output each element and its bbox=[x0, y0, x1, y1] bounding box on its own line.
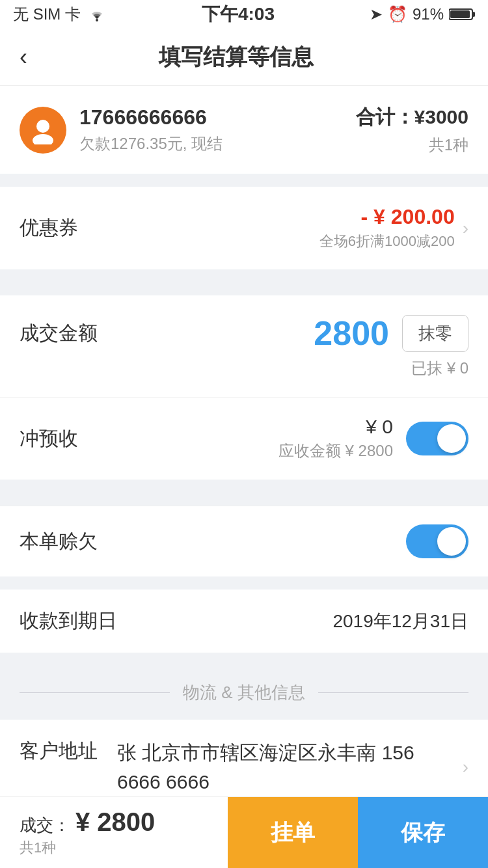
coupon-amount: - ¥ 200.00 bbox=[319, 205, 455, 229]
svg-rect-2 bbox=[472, 12, 475, 17]
credit-toggle[interactable] bbox=[406, 524, 468, 558]
bottom-count: 共1种 bbox=[20, 838, 208, 858]
nav-bar: ‹ 填写结算等信息 bbox=[0, 29, 488, 86]
divider-line-left bbox=[20, 692, 170, 693]
prepayment-value: ¥ 0 bbox=[278, 416, 393, 438]
total-count: 共1种 bbox=[356, 135, 468, 156]
prepayment-sub: 应收金额 ¥ 2800 bbox=[278, 441, 393, 461]
transaction-sub: 已抹 ¥ 0 bbox=[20, 358, 468, 379]
prepayment-label: 冲预收 bbox=[20, 426, 78, 452]
credit-toggle-knob bbox=[437, 527, 466, 556]
svg-point-0 bbox=[96, 19, 98, 21]
back-button[interactable]: ‹ bbox=[20, 44, 40, 71]
bottom-bar: 成交： ¥ 2800 共1种 挂单 保存 bbox=[0, 796, 488, 868]
due-date-row: 收款到期日 2019年12月31日 bbox=[0, 590, 488, 653]
customer-phone: 17666666666 bbox=[79, 105, 356, 129]
coupon-section[interactable]: 优惠券 - ¥ 200.00 全场6折满1000减200 › bbox=[0, 187, 488, 269]
sim-label: 无 SIM 卡 bbox=[13, 4, 81, 25]
page-title: 填写结算等信息 bbox=[40, 42, 432, 72]
svg-rect-3 bbox=[450, 10, 470, 18]
battery-icon bbox=[449, 8, 475, 21]
toggle-knob bbox=[437, 424, 466, 453]
save-button[interactable]: 保存 bbox=[358, 797, 488, 868]
logistics-divider: 物流 & 其他信息 bbox=[0, 666, 488, 720]
due-date-label: 收款到期日 bbox=[20, 608, 117, 634]
customer-debt: 欠款1276.35元, 现结 bbox=[79, 133, 356, 154]
customer-card: 17666666666 欠款1276.35元, 现结 合计：¥3000 共1种 bbox=[0, 86, 488, 174]
user-icon bbox=[29, 116, 57, 144]
hang-button[interactable]: 挂单 bbox=[228, 797, 358, 868]
round-button[interactable]: 抹零 bbox=[402, 315, 468, 352]
status-time: 下午4:03 bbox=[202, 2, 275, 27]
credit-card: 本单赊欠 bbox=[0, 506, 488, 576]
credit-row: 本单赊欠 bbox=[0, 506, 488, 576]
status-left: 无 SIM 卡 bbox=[13, 4, 107, 25]
bottom-amount: ¥ 2800 bbox=[75, 807, 155, 837]
divider-2 bbox=[0, 493, 488, 506]
prepayment-toggle[interactable] bbox=[406, 422, 468, 455]
customer-info: 17666666666 欠款1276.35元, 现结 bbox=[79, 105, 356, 154]
coupon-card: 优惠券 - ¥ 200.00 全场6折满1000减200 › bbox=[0, 187, 488, 269]
divider-line-right bbox=[318, 692, 468, 693]
credit-label: 本单赊欠 bbox=[20, 528, 98, 555]
prepayment-right: ¥ 0 应收金额 ¥ 2800 bbox=[278, 416, 393, 461]
battery-label: 91% bbox=[413, 5, 444, 23]
address-value: 张 北京市市辖区海淀区永丰南 156 6666 6666 bbox=[117, 738, 455, 796]
coupon-value-wrap: - ¥ 200.00 全场6折满1000减200 bbox=[319, 205, 455, 251]
location-icon: ➤ bbox=[370, 5, 383, 23]
alarm-icon: ⏰ bbox=[388, 5, 407, 23]
svg-point-4 bbox=[36, 120, 49, 133]
transaction-card: 成交金额 2800 抹零 已抹 ¥ 0 冲预收 ¥ 0 应收金额 ¥ 2800 bbox=[0, 295, 488, 480]
prepayment-row: 冲预收 ¥ 0 应收金额 ¥ 2800 bbox=[0, 397, 488, 480]
coupon-desc: 全场6折满1000减200 bbox=[319, 232, 455, 251]
transaction-label: 成交金额 bbox=[20, 320, 98, 347]
content: 17666666666 欠款1276.35元, 现结 合计：¥3000 共1种 … bbox=[0, 86, 488, 868]
coupon-arrow-icon: › bbox=[463, 218, 468, 239]
due-date-value: 2019年12月31日 bbox=[332, 609, 468, 634]
address-label: 客户地址 bbox=[20, 738, 98, 765]
bottom-deal-label: 成交： bbox=[20, 814, 70, 837]
transaction-row: 成交金额 2800 抹零 bbox=[20, 314, 468, 353]
coupon-label: 优惠券 bbox=[20, 215, 78, 241]
divider-text: 物流 & 其他信息 bbox=[170, 681, 318, 704]
svg-point-5 bbox=[33, 134, 53, 144]
total-amount: 合计：¥3000 bbox=[356, 104, 468, 131]
wifi-icon bbox=[87, 7, 107, 21]
status-right: ➤ ⏰ 91% bbox=[370, 5, 475, 23]
address-arrow-icon: › bbox=[463, 757, 468, 778]
status-bar: 无 SIM 卡 下午4:03 ➤ ⏰ 91% bbox=[0, 0, 488, 29]
bottom-info: 成交： ¥ 2800 共1种 bbox=[0, 797, 228, 868]
transaction-amount[interactable]: 2800 bbox=[314, 314, 389, 353]
transaction-section: 成交金额 2800 抹零 已抹 ¥ 0 bbox=[0, 295, 488, 397]
customer-row: 17666666666 欠款1276.35元, 现结 合计：¥3000 共1种 bbox=[0, 86, 488, 174]
avatar bbox=[20, 107, 66, 154]
divider-1 bbox=[0, 282, 488, 295]
due-date-card: 收款到期日 2019年12月31日 bbox=[0, 590, 488, 653]
customer-total: 合计：¥3000 共1种 bbox=[356, 104, 468, 156]
